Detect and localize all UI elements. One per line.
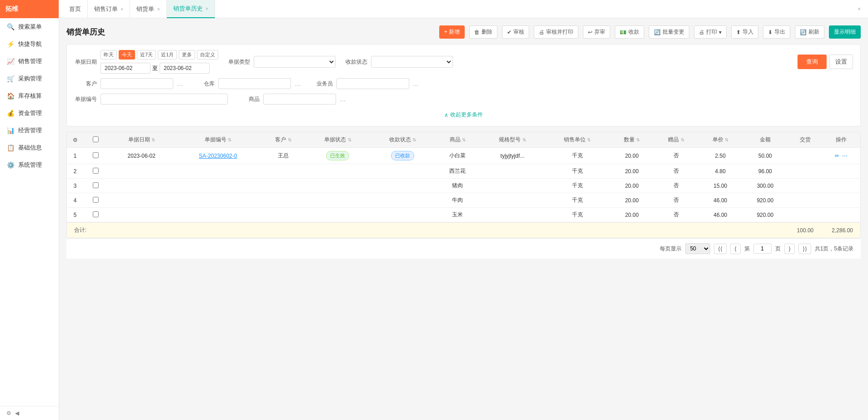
sidebar-item-search-menu[interactable]: 🔍 搜索菜单 xyxy=(0,18,59,35)
sidebar-item-inventory[interactable]: 🏠 库存核算 xyxy=(0,87,59,105)
more-action-icon[interactable]: ⋯ xyxy=(842,153,848,159)
sidebar-item-operations[interactable]: 📊 经营管理 xyxy=(0,122,59,139)
print-button[interactable]: 🖨 打印 ▾ xyxy=(694,25,727,39)
table-header-doc-status[interactable]: 单据状态 ⇅ xyxy=(305,132,370,148)
salesperson-more-btn[interactable]: ... xyxy=(413,80,419,88)
goods-cell: 小白菜 xyxy=(435,148,480,164)
salesperson-input[interactable] xyxy=(336,78,409,89)
goods-input[interactable] xyxy=(263,94,336,105)
sidebar-item-quick-nav[interactable]: ⚡ 快捷导航 xyxy=(0,35,59,53)
footer-amounts: 100.00 2,286.00 xyxy=(797,227,853,234)
export-button[interactable]: ⬇ 导出 xyxy=(763,25,790,39)
sidebar-item-label: 资金管理 xyxy=(18,109,42,117)
sidebar-settings-btn[interactable]: ⚙ ◀ xyxy=(0,406,59,420)
table-header-customer[interactable]: 客户 ⇅ xyxy=(261,132,305,148)
table-header-spec[interactable]: 规格型号 ⇅ xyxy=(480,132,545,148)
sidebar-item-purchase-mgmt[interactable]: 🛒 采购管理 xyxy=(0,70,59,87)
date-btn-custom[interactable]: 自定义 xyxy=(197,50,218,60)
table-header-unit[interactable]: 销售单位 ⇅ xyxy=(545,132,610,148)
row-select-checkbox[interactable] xyxy=(93,152,99,158)
warehouse-more-btn[interactable]: ... xyxy=(295,80,301,88)
payment-status-select[interactable] xyxy=(371,56,453,68)
first-page-btn[interactable]: ⟨⟨ xyxy=(714,244,727,254)
gift-cell: 否 xyxy=(654,179,698,193)
table-header-doc-date[interactable]: 单据日期 ⇅ xyxy=(108,132,175,148)
batch-change-button[interactable]: 🔄 批量变更 xyxy=(649,25,689,39)
row-select-checkbox[interactable] xyxy=(93,197,99,203)
new-button[interactable]: + 新增 xyxy=(439,25,465,39)
tab-sales-history-close[interactable]: × xyxy=(206,6,208,11)
table-header-doc-no[interactable]: 单据编号 ⇅ xyxy=(175,132,261,148)
doc-no-cell xyxy=(175,208,261,222)
select-all-checkbox[interactable] xyxy=(93,136,99,142)
date-filter: 单据日期 昨天 今天 近7天 近1月 更多 自定义 至 xyxy=(74,50,218,74)
next-page-btn[interactable]: ⟩ xyxy=(784,244,795,254)
show-detail-button[interactable]: 显示明细 xyxy=(829,25,861,39)
audit-print-button[interactable]: 🖨 审核并打印 xyxy=(534,25,578,39)
refresh-button[interactable]: 🔃 刷新 xyxy=(795,25,824,39)
last-page-btn[interactable]: ⟩⟩ xyxy=(798,244,811,254)
abandon-button[interactable]: ↩ 弃审 xyxy=(583,25,610,39)
customer-more-btn[interactable]: ... xyxy=(177,80,183,88)
table-checkbox-header[interactable] xyxy=(83,132,108,148)
row-select-checkbox[interactable] xyxy=(93,182,99,188)
warehouse-input[interactable] xyxy=(218,78,291,89)
close-all-tabs-btn[interactable]: × xyxy=(854,4,864,14)
row-select-checkbox[interactable] xyxy=(93,211,99,217)
settings-button[interactable]: 设置 xyxy=(829,55,853,69)
table-header-unit-price[interactable]: 单价 ⇅ xyxy=(698,132,743,148)
sort-icon-goods: ⇅ xyxy=(462,137,466,142)
delete-button[interactable]: 🗑 删除 xyxy=(469,25,497,39)
date-btn-1month[interactable]: 近1月 xyxy=(158,50,177,60)
date-btn-more[interactable]: 更多 xyxy=(179,50,195,60)
date-from-input[interactable] xyxy=(100,63,151,74)
doc-type-select[interactable] xyxy=(254,56,336,68)
row-select-checkbox[interactable] xyxy=(93,168,99,174)
customer-input[interactable] xyxy=(100,78,173,89)
table-header-qty[interactable]: 数量 ⇅ xyxy=(610,132,654,148)
doc-type-filter: 单据类型 xyxy=(227,56,336,68)
batch-change-label: 批量变更 xyxy=(662,28,684,36)
actions-cell[interactable]: ✏⋯ xyxy=(823,148,861,164)
goods-more-btn[interactable]: ... xyxy=(340,95,346,103)
system-icon: ⚙️ xyxy=(6,161,15,169)
logo: 拓维 xyxy=(0,0,59,18)
date-btn-7days[interactable]: 近7天 xyxy=(137,50,156,60)
edit-action-icon[interactable]: ✏ xyxy=(835,153,839,159)
date-controls: 昨天 今天 近7天 近1月 更多 自定义 至 xyxy=(100,50,218,74)
tab-sales-goods[interactable]: 销货单 × xyxy=(130,0,166,18)
audit-button[interactable]: ✔ 审核 xyxy=(502,25,529,39)
tab-home[interactable]: 首页 xyxy=(63,0,88,18)
tab-sales-goods-close[interactable]: × xyxy=(157,6,160,12)
table-gear-header[interactable]: ⚙ xyxy=(67,132,83,148)
customer-filter: 客户 ... xyxy=(74,78,183,89)
tab-sales-order-close[interactable]: × xyxy=(120,6,123,12)
doc-no-input[interactable] xyxy=(100,94,228,105)
unit-price-cell: 15.00 xyxy=(698,179,743,193)
sidebar-item-sales-mgmt[interactable]: 📈 销售管理 xyxy=(0,53,59,70)
collect-button[interactable]: 💵 收款 xyxy=(615,25,644,39)
page-number-input[interactable] xyxy=(753,244,772,254)
page-size-select[interactable]: 50 100 200 xyxy=(685,243,710,254)
date-btn-yesterday[interactable]: 昨天 xyxy=(100,50,117,60)
date-to-input[interactable] xyxy=(160,63,210,74)
row-num-cell: 3 xyxy=(67,179,83,193)
query-button[interactable]: 查询 xyxy=(798,55,827,69)
table-header-payment-status[interactable]: 收款状态 ⇅ xyxy=(370,132,435,148)
page-title: 销货单历史 xyxy=(66,27,105,37)
sidebar-item-system[interactable]: ⚙️ 系统管理 xyxy=(0,156,59,174)
import-button[interactable]: ⬆ 导入 xyxy=(731,25,758,39)
date-btn-today[interactable]: 今天 xyxy=(119,50,135,60)
sort-icon-unit: ⇅ xyxy=(587,137,591,142)
payment-status-cell xyxy=(370,164,435,179)
tab-sales-order[interactable]: 销售订单 × xyxy=(88,0,130,18)
tab-sales-history[interactable]: 销货单历史 × xyxy=(167,0,215,18)
doc-no-link[interactable]: SA-20230602-0 xyxy=(199,153,237,159)
collapse-filter-btn[interactable]: ∧ 收起更多条件 xyxy=(74,109,853,120)
table-header-goods[interactable]: 商品 ⇅ xyxy=(435,132,480,148)
sidebar-item-finance[interactable]: 💰 资金管理 xyxy=(0,105,59,122)
table-header-gift[interactable]: 赠品 ⇅ xyxy=(654,132,698,148)
sidebar-item-basic-info[interactable]: 📋 基础信息 xyxy=(0,139,59,156)
prev-page-btn[interactable]: ⟨ xyxy=(730,244,741,254)
actions-cell xyxy=(823,208,861,222)
